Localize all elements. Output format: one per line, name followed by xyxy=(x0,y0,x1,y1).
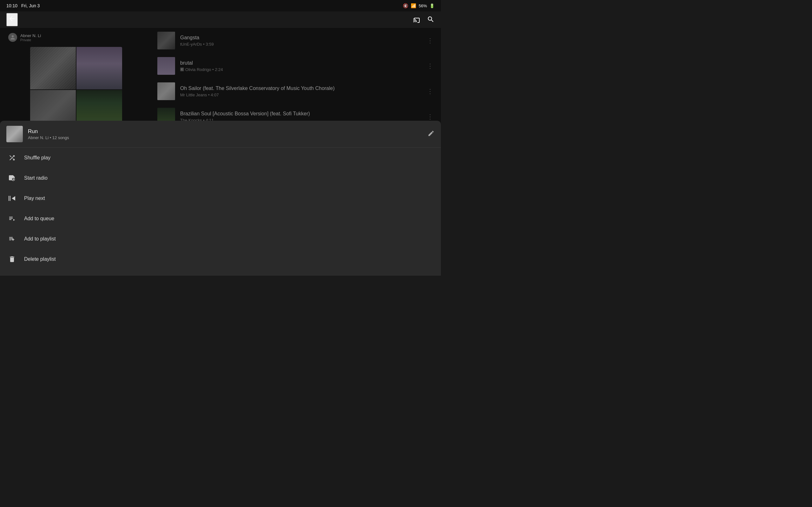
status-date: Fri, Jun 3 xyxy=(21,3,40,8)
add-playlist-icon xyxy=(8,234,16,243)
main-content: Abner N. Li Private THE KNOCKS BRAZILIAN… xyxy=(0,28,441,276)
back-button[interactable] xyxy=(6,13,18,26)
context-title-block: Run Abner N. Li • 12 songs xyxy=(28,128,69,140)
add-playlist-item[interactable]: Add to playlist xyxy=(0,229,441,249)
context-title: Run xyxy=(28,128,69,135)
status-bar: 10:10 Fri, Jun 3 🔇 📶 56% 🔋 xyxy=(0,0,441,11)
search-button[interactable] xyxy=(427,15,435,24)
cast-button[interactable] xyxy=(413,15,420,24)
status-left: 10:10 Fri, Jun 3 xyxy=(6,3,40,8)
add-queue-icon xyxy=(8,214,16,223)
status-time: 10:10 xyxy=(6,3,17,8)
delete-playlist-label: Delete playlist xyxy=(24,257,56,262)
delete-icon xyxy=(8,255,16,264)
wifi-icon: 📶 xyxy=(411,3,416,8)
play-next-item[interactable]: Play next xyxy=(0,188,441,209)
nav-right xyxy=(413,15,435,24)
nav-left xyxy=(6,13,18,26)
play-next-label: Play next xyxy=(24,195,45,201)
start-radio-label: Start radio xyxy=(24,175,48,181)
status-right: 🔇 📶 56% 🔋 xyxy=(403,3,435,8)
context-menu: Run Abner N. Li • 12 songs Shuffle play xyxy=(0,121,441,276)
radio-icon xyxy=(8,174,16,182)
delete-playlist-item[interactable]: Delete playlist xyxy=(0,249,441,269)
shuffle-play-item[interactable]: Shuffle play xyxy=(0,148,441,168)
shuffle-icon xyxy=(8,153,16,162)
context-header: Run Abner N. Li • 12 songs xyxy=(0,121,441,148)
add-queue-item[interactable]: Add to queue xyxy=(0,209,441,229)
top-nav xyxy=(0,11,441,28)
shuffle-play-label: Shuffle play xyxy=(24,155,50,161)
play-next-icon xyxy=(8,194,16,203)
context-subtitle: Abner N. Li • 12 songs xyxy=(28,135,69,140)
battery-label: 56% xyxy=(419,3,427,8)
battery-icon: 🔋 xyxy=(429,3,435,8)
add-queue-label: Add to queue xyxy=(24,216,54,222)
start-radio-item[interactable]: Start radio xyxy=(0,168,441,188)
context-thumbnail xyxy=(6,126,23,142)
edit-button[interactable] xyxy=(427,130,435,138)
svg-point-0 xyxy=(13,178,14,180)
mute-icon: 🔇 xyxy=(403,3,408,8)
add-playlist-label: Add to playlist xyxy=(24,236,56,242)
